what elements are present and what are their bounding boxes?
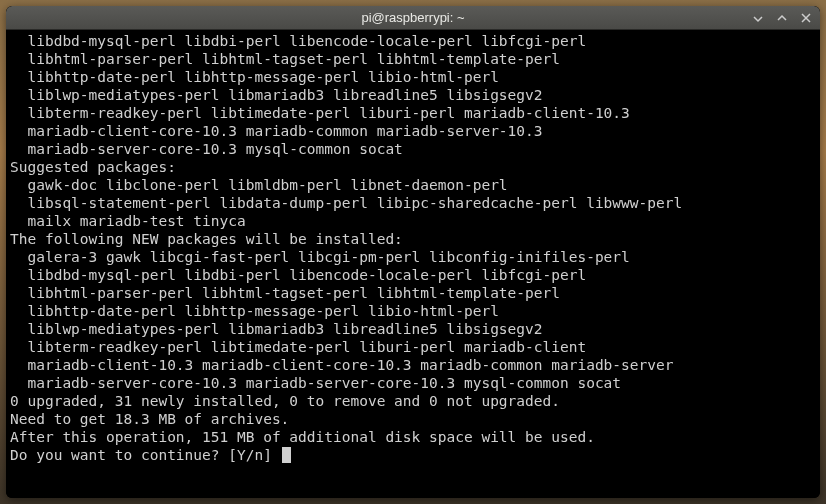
terminal-line: 0 upgraded, 31 newly installed, 0 to rem… (10, 392, 816, 410)
terminal-line: galera-3 gawk libcgi-fast-perl libcgi-pm… (10, 248, 816, 266)
terminal-window: pi@raspberrypi: ~ libdbd-mysql-perl libd… (6, 6, 820, 498)
terminal-line: mailx mariadb-test tinyca (10, 212, 816, 230)
window-controls (750, 6, 814, 29)
terminal-line: mariadb-server-core-10.3 mariadb-server-… (10, 374, 816, 392)
terminal-line: Suggested packages: (10, 158, 816, 176)
terminal-line: libhtml-parser-perl libhtml-tagset-perl … (10, 284, 816, 302)
terminal-line: libdbd-mysql-perl libdbi-perl libencode-… (10, 32, 816, 50)
terminal-line: The following NEW packages will be insta… (10, 230, 816, 248)
terminal-line: libsql-statement-perl libdata-dump-perl … (10, 194, 816, 212)
cursor (282, 447, 291, 463)
terminal-body[interactable]: libdbd-mysql-perl libdbi-perl libencode-… (6, 30, 820, 498)
terminal-line: libterm-readkey-perl libtimedate-perl li… (10, 338, 816, 356)
terminal-line: mariadb-server-core-10.3 mysql-common so… (10, 140, 816, 158)
terminal-line: mariadb-client-core-10.3 mariadb-common … (10, 122, 816, 140)
terminal-line: mariadb-client-10.3 mariadb-client-core-… (10, 356, 816, 374)
prompt-line[interactable]: Do you want to continue? [Y/n] (10, 446, 816, 464)
terminal-line: After this operation, 151 MB of addition… (10, 428, 816, 446)
terminal-line: libdbd-mysql-perl libdbi-perl libencode-… (10, 266, 816, 284)
minimize-button[interactable] (750, 10, 766, 26)
terminal-line: liblwp-mediatypes-perl libmariadb3 libre… (10, 320, 816, 338)
terminal-line: Need to get 18.3 MB of archives. (10, 410, 816, 428)
maximize-button[interactable] (774, 10, 790, 26)
terminal-line: libhttp-date-perl libhttp-message-perl l… (10, 302, 816, 320)
terminal-line: libhttp-date-perl libhttp-message-perl l… (10, 68, 816, 86)
terminal-line: liblwp-mediatypes-perl libmariadb3 libre… (10, 86, 816, 104)
close-button[interactable] (798, 10, 814, 26)
window-title: pi@raspberrypi: ~ (361, 10, 464, 25)
prompt-text: Do you want to continue? [Y/n] (10, 446, 281, 464)
terminal-line: libterm-readkey-perl libtimedate-perl li… (10, 104, 816, 122)
terminal-line: libhtml-parser-perl libhtml-tagset-perl … (10, 50, 816, 68)
titlebar: pi@raspberrypi: ~ (6, 6, 820, 30)
terminal-line: gawk-doc libclone-perl libmldbm-perl lib… (10, 176, 816, 194)
